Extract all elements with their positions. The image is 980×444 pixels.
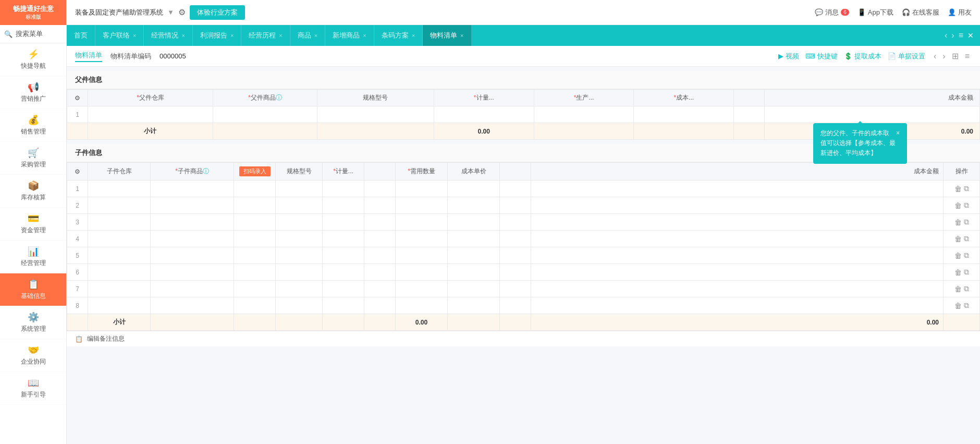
child-row-8-unit[interactable] <box>323 297 364 314</box>
tab-barcode[interactable]: 条码方案 × <box>374 25 423 46</box>
parent-row-1-unit[interactable] <box>434 106 534 123</box>
list-view-icon[interactable]: ≡ <box>963 51 972 62</box>
tooltip-close-btn[interactable]: × <box>896 128 900 138</box>
nav-prev-icon[interactable]: ‹ <box>942 31 949 40</box>
child-row-3-qty[interactable] <box>396 214 448 231</box>
copy-icon-3[interactable]: ⧉ <box>964 218 969 226</box>
parent-row-1-cost[interactable] <box>634 106 734 123</box>
tab-home[interactable]: 首页 <box>67 25 95 46</box>
copy-icon-8[interactable]: ⧉ <box>964 301 969 310</box>
child-row-1-unit[interactable] <box>323 181 364 197</box>
sidebar-item-quick-nav[interactable]: ⚡ 快捷导航 <box>0 43 66 76</box>
child-row-5-product[interactable] <box>151 247 234 264</box>
sidebar-item-system[interactable]: ⚙️ 系统管理 <box>0 306 66 339</box>
child-row-7-spec[interactable] <box>276 281 323 297</box>
action-get-cost[interactable]: 💲 提取成本 <box>844 52 881 61</box>
delete-icon-3[interactable]: 🗑 <box>954 218 962 226</box>
sidebar-item-inventory[interactable]: 📦 库存核算 <box>0 175 66 208</box>
child-row-4-product[interactable] <box>151 231 234 247</box>
copy-icon-4[interactable]: ⧉ <box>964 234 969 243</box>
child-row-1-warehouse[interactable] <box>88 181 151 197</box>
child-th-settings[interactable]: ⚙ <box>67 163 88 181</box>
tab-history[interactable]: 经营历程 × <box>241 25 290 46</box>
sidebar-item-sales[interactable]: 💰 销售管理 <box>0 109 66 142</box>
tab-operations[interactable]: 经营情况 × <box>144 25 192 46</box>
child-row-7-product[interactable] <box>151 281 234 297</box>
sidebar-item-operations[interactable]: 📊 经营管理 <box>0 241 66 273</box>
sidebar-item-guide[interactable]: 📖 新手引导 <box>0 372 66 405</box>
sub-tab-bom-list[interactable]: 物料清单 <box>75 51 102 62</box>
tab-customer-close[interactable]: × <box>133 32 136 39</box>
child-row-2-unit[interactable] <box>323 197 364 214</box>
parent-row-1-producer[interactable] <box>534 106 634 123</box>
child-th-scan[interactable]: 扫码录入 <box>234 163 276 181</box>
delete-icon-1[interactable]: 🗑 <box>954 185 962 193</box>
tab-profit-close[interactable]: × <box>230 32 234 39</box>
child-row-1-price[interactable] <box>448 181 500 197</box>
tab-new-product-close[interactable]: × <box>363 32 366 39</box>
online-service-item[interactable]: 🎧 在线客服 <box>902 8 939 17</box>
sidebar-item-enterprise[interactable]: 🤝 企业协同 <box>0 339 66 372</box>
nav-next-icon[interactable]: › <box>949 31 956 40</box>
child-row-2-spec[interactable] <box>276 197 323 214</box>
child-row-4-qty[interactable] <box>396 231 448 247</box>
sidebar-item-finance[interactable]: 💳 资金管理 <box>0 208 66 241</box>
tab-history-close[interactable]: × <box>279 32 282 39</box>
child-row-1-product[interactable] <box>151 181 234 197</box>
child-row-2-product[interactable] <box>151 197 234 214</box>
child-row-7-price[interactable] <box>448 281 500 297</box>
copy-icon-6[interactable]: ⧉ <box>964 268 969 277</box>
delete-icon-4[interactable]: 🗑 <box>954 235 962 243</box>
copy-icon-5[interactable]: ⧉ <box>964 251 969 260</box>
settings-gear-icon[interactable]: ⚙ <box>178 7 186 17</box>
tab-profit[interactable]: 利润报告 × <box>193 25 241 46</box>
child-row-8-price[interactable] <box>448 297 500 314</box>
delete-icon-7[interactable]: 🗑 <box>954 285 962 293</box>
child-row-6-unit[interactable] <box>323 264 364 281</box>
user-item[interactable]: 👤 用友 <box>948 8 972 17</box>
action-video[interactable]: ▶ 视频 <box>778 52 799 61</box>
delete-icon-6[interactable]: 🗑 <box>954 268 962 277</box>
nav-close-icon[interactable]: ✕ <box>965 31 976 40</box>
tab-product-close[interactable]: × <box>314 32 317 39</box>
copy-icon-7[interactable]: ⧉ <box>964 284 969 293</box>
parent-row-1-product[interactable] <box>213 106 317 123</box>
tab-product[interactable]: 商品 × <box>290 25 325 46</box>
child-row-8-spec[interactable] <box>276 297 323 314</box>
child-row-2-price[interactable] <box>448 197 500 214</box>
trial-button[interactable]: 体验行业方案 <box>190 5 245 20</box>
child-row-8-product[interactable] <box>151 297 234 314</box>
tab-operations-close[interactable]: × <box>181 32 185 39</box>
delete-icon-8[interactable]: 🗑 <box>954 302 962 310</box>
copy-icon-1[interactable]: ⧉ <box>964 184 969 193</box>
child-row-5-warehouse[interactable] <box>88 247 151 264</box>
prev-record-icon[interactable]: ‹ <box>932 51 938 62</box>
child-row-3-unit[interactable] <box>323 214 364 231</box>
child-row-1-qty[interactable] <box>396 181 448 197</box>
child-row-3-spec[interactable] <box>276 214 323 231</box>
child-row-4-unit[interactable] <box>323 231 364 247</box>
grid-view-icon[interactable]: ⊞ <box>950 50 961 62</box>
child-row-5-unit[interactable] <box>323 247 364 264</box>
search-menu-item[interactable]: 🔍 搜索菜单 <box>0 25 66 43</box>
child-row-5-spec[interactable] <box>276 247 323 264</box>
scan-button[interactable]: 扫码录入 <box>239 166 271 176</box>
action-single-setting[interactable]: 📄 单据设置 <box>888 52 925 61</box>
delete-icon-5[interactable]: 🗑 <box>954 251 962 260</box>
sidebar-item-purchase[interactable]: 🛒 采购管理 <box>0 142 66 175</box>
nav-menu-icon[interactable]: ≡ <box>957 31 965 40</box>
next-record-icon[interactable]: › <box>940 51 947 62</box>
tab-new-product[interactable]: 新增商品 × <box>325 25 374 46</box>
child-row-7-qty[interactable] <box>396 281 448 297</box>
tab-barcode-close[interactable]: × <box>412 32 415 39</box>
child-row-4-price[interactable] <box>448 231 500 247</box>
action-shortcut[interactable]: ⌨ 快捷键 <box>805 52 838 61</box>
parent-row-1-warehouse[interactable] <box>88 106 213 123</box>
child-row-6-spec[interactable] <box>276 264 323 281</box>
child-row-4-warehouse[interactable] <box>88 231 151 247</box>
child-row-3-price[interactable] <box>448 214 500 231</box>
child-row-8-qty[interactable] <box>396 297 448 314</box>
tab-bom[interactable]: 物料清单 × <box>423 25 471 46</box>
copy-icon-2[interactable]: ⧉ <box>964 201 969 210</box>
sidebar-item-basic-info[interactable]: 📋 基础信息 <box>0 273 66 306</box>
